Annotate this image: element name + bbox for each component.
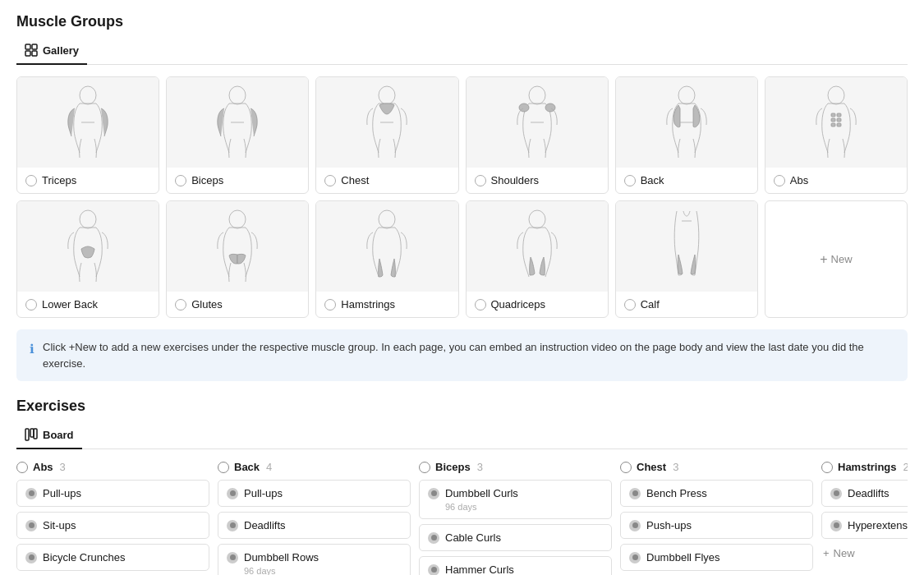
quadriceps-figure (508, 209, 566, 283)
muscle-card-shoulders[interactable]: Shoulders (466, 76, 609, 194)
board-column-chest: Chest3Bench PressPush-upsDumbbell Flyes+… (620, 461, 813, 575)
column-radio-hamstrings[interactable] (821, 462, 833, 473)
svg-rect-12 (831, 113, 835, 117)
exercise-name: Hammer Curls (445, 564, 514, 575)
board-tab[interactable]: Board (16, 423, 82, 449)
column-name-biceps: Biceps (435, 461, 471, 473)
add-exercise-label: New (834, 547, 855, 559)
muscle-card-hamstrings[interactable]: Hamstrings (315, 200, 458, 318)
svg-point-4 (80, 86, 96, 104)
exercise-card[interactable]: Bicycle Crunches (16, 544, 209, 571)
info-text: Click +New to add a new exercises under … (43, 339, 894, 371)
muscle-card-back[interactable]: Back (615, 76, 758, 194)
column-header-biceps: Biceps3 (419, 461, 612, 473)
muscle-card-triceps[interactable]: Triceps (16, 76, 159, 194)
exercise-card[interactable]: Dumbbell Flyes (620, 544, 813, 571)
chest-radio[interactable] (324, 175, 336, 186)
quadriceps-radio[interactable] (475, 299, 486, 310)
exercise-status-dot (830, 520, 842, 531)
muscle-card-biceps[interactable]: Biceps (166, 76, 309, 194)
exercise-name: Dumbbell Curls (445, 487, 518, 499)
muscle-card-abs[interactable]: Abs (765, 76, 908, 194)
exercise-card[interactable]: Bench Press (620, 480, 813, 507)
column-name-chest: Chest (637, 461, 666, 473)
muscle-groups-section: Muscle Groups Gallery (16, 13, 908, 318)
muscle-card-quadriceps[interactable]: Quadriceps (466, 200, 609, 318)
biceps-radio[interactable] (175, 175, 186, 186)
exercise-card[interactable]: Sit-ups (16, 512, 209, 539)
calf-radio[interactable] (624, 299, 636, 310)
hamstrings-label: Hamstrings (341, 298, 395, 310)
chest-figure (358, 85, 416, 159)
exercise-name: Dumbbell Rows (244, 551, 319, 564)
muscle-card-glutes[interactable]: Glutes (166, 200, 309, 318)
calf-figure (658, 209, 715, 283)
exercise-card[interactable]: Cable Curls (419, 524, 612, 551)
exercise-card[interactable]: Pull-ups (218, 480, 411, 507)
muscle-card-lower-back[interactable]: Lower Back (16, 200, 159, 318)
exercise-card[interactable]: Hyperextensions (821, 512, 908, 539)
column-radio-back[interactable] (218, 462, 229, 473)
hamstrings-radio[interactable] (324, 299, 336, 310)
shoulders-figure (508, 85, 566, 159)
lower-back-figure (59, 209, 117, 283)
exercise-status-dot (629, 552, 641, 564)
hamstrings-figure (358, 209, 416, 283)
exercise-card[interactable]: Deadlifts (821, 480, 908, 507)
glutes-radio[interactable] (175, 299, 186, 310)
exercise-card[interactable]: Dumbbell Curls96 days (419, 480, 612, 519)
exercises-title: Exercises (16, 398, 908, 415)
triceps-radio[interactable] (25, 175, 37, 186)
svg-rect-3 (32, 51, 37, 56)
exercise-name: Pull-ups (43, 487, 81, 499)
lower-back-radio[interactable] (25, 299, 37, 310)
back-radio[interactable] (624, 175, 636, 186)
gallery-tab[interactable]: Gallery (16, 39, 87, 65)
plus-icon: + (823, 547, 830, 559)
add-exercise-button-hamstrings[interactable]: +New (821, 544, 908, 563)
svg-rect-13 (837, 113, 841, 117)
muscle-card-calf[interactable]: Calf (615, 200, 758, 318)
exercise-card[interactable]: Push-ups (620, 512, 813, 539)
abs-figure (807, 85, 865, 159)
board-container: Abs3Pull-upsSit-upsBicycle Crunches+NewB… (16, 461, 908, 575)
muscle-card-chest[interactable]: Chest (315, 76, 458, 194)
shoulders-radio[interactable] (475, 175, 486, 186)
muscle-tab-bar: Gallery (16, 39, 908, 65)
svg-rect-15 (837, 118, 841, 122)
exercise-status-dot (227, 520, 238, 531)
shoulders-label: Shoulders (491, 174, 540, 186)
column-radio-abs[interactable] (16, 462, 28, 473)
back-figure (658, 85, 715, 159)
column-radio-chest[interactable] (620, 462, 632, 473)
exercise-status-dot (25, 520, 37, 531)
exercise-card[interactable]: Deadlifts (218, 512, 411, 539)
gallery-icon (25, 44, 38, 57)
board-icon (25, 428, 38, 441)
column-count-chest: 3 (673, 461, 678, 473)
triceps-label: Triceps (42, 174, 76, 186)
page-container: Muscle Groups Gallery (0, 0, 924, 575)
svg-point-6 (379, 86, 395, 104)
svg-rect-14 (831, 118, 835, 122)
quadriceps-label: Quadriceps (491, 298, 545, 310)
svg-rect-0 (25, 44, 30, 49)
info-icon: ℹ (30, 340, 34, 371)
exercise-status-dot (428, 488, 439, 499)
exercise-name: Hyperextensions (848, 519, 908, 531)
add-muscle-group-button[interactable]: + New (765, 200, 908, 318)
chest-label: Chest (341, 174, 369, 186)
exercise-card[interactable]: Hammer Curls (419, 556, 612, 575)
exercise-status-dot (428, 564, 439, 576)
svg-point-21 (529, 210, 545, 228)
abs-radio[interactable] (774, 175, 785, 186)
abs-label: Abs (790, 174, 808, 186)
exercise-card[interactable]: Dumbbell Rows96 days (218, 544, 411, 575)
lower-back-label: Lower Back (42, 298, 98, 310)
exercise-name: Bicycle Crunches (43, 551, 125, 564)
exercise-card[interactable]: Pull-ups (16, 480, 209, 507)
svg-point-20 (379, 210, 395, 228)
svg-point-10 (678, 86, 695, 104)
exercise-name: Cable Curls (445, 531, 501, 544)
column-radio-biceps[interactable] (419, 462, 430, 473)
